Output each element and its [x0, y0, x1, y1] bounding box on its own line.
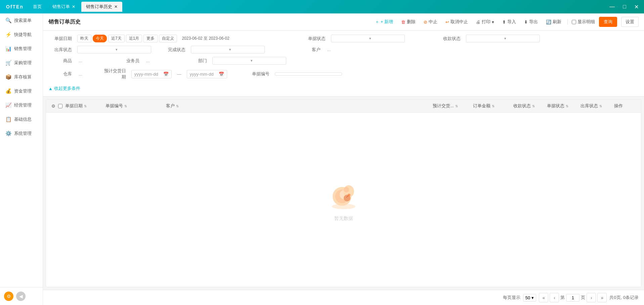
- sort-warehouse-icon: ⇅: [599, 104, 602, 108]
- salesperson-input[interactable]: ...: [145, 58, 151, 63]
- salesperson-label: 业务员: [116, 58, 139, 64]
- print-button[interactable]: 🖨 打印 ▾: [474, 17, 496, 26]
- per-page-label: 每页显示: [503, 295, 520, 301]
- sidebar-item-quick-nav[interactable]: ⚡ 快捷导航: [0, 28, 43, 42]
- empty-text: 暂无数据: [334, 216, 353, 222]
- tab-sales-order[interactable]: 销售订单 ✕: [48, 2, 80, 12]
- date-range-display: 2023-06-02 至 2023-06-02: [182, 36, 229, 41]
- header-num[interactable]: 单据编号 ⇅: [103, 100, 163, 112]
- complete-status-arrow: ▾: [229, 47, 262, 52]
- stop-button[interactable]: ⊘ 中止: [422, 17, 439, 26]
- delete-button[interactable]: 🗑 删除: [399, 17, 418, 26]
- sidebar-item-sales[interactable]: 📊 销售管理: [0, 42, 43, 56]
- per-page-select[interactable]: 50 ▾: [523, 294, 536, 302]
- customer-input[interactable]: ...: [326, 47, 332, 52]
- tab-sales-order-history[interactable]: 销售订单历史 ✕: [81, 2, 122, 12]
- tab-home[interactable]: 首页: [28, 2, 46, 12]
- sidebar-item-basic[interactable]: 📋 基础信息: [0, 112, 43, 126]
- show-detail-checkbox-label[interactable]: 显示明细: [572, 19, 595, 25]
- header-status[interactable]: 单据状态 ⇅: [544, 100, 578, 112]
- delivery-date-end[interactable]: yyyy-mm-dd 📅: [187, 70, 227, 78]
- show-detail-checkbox[interactable]: [572, 20, 576, 24]
- table-area: ⚙ 单据日期 ⇅ 单据编号 ⇅ 客户 ⇅ 预计交货... ⇅: [46, 99, 641, 287]
- delivery-date-label: 预计交货日期: [102, 68, 126, 80]
- svg-point-5: [344, 187, 349, 192]
- sidebar-item-purchase[interactable]: 🛒 采购管理: [0, 56, 43, 70]
- print-icon: 🖨: [476, 20, 480, 25]
- department-select[interactable]: ▾: [212, 57, 286, 65]
- first-page-button[interactable]: «: [539, 293, 548, 302]
- table-settings-icon[interactable]: ⚙: [49, 101, 58, 111]
- sidebar-settings-button[interactable]: ⚙: [4, 292, 13, 301]
- product-label: 商品: [48, 58, 72, 64]
- select-all-checkbox[interactable]: [58, 104, 62, 108]
- sidebar-collapse-button[interactable]: ◀: [16, 292, 26, 301]
- main-layout: 🔍 搜索菜单 ⚡ 快捷导航 📊 销售管理 🛒 采购管理 📦 库存核算 💰 资金管…: [0, 13, 644, 305]
- import-button[interactable]: ⬆ 导入: [500, 17, 518, 26]
- page-header: 销售订单历史 ＋ + 新增 🗑 删除 ⊘ 中止 ↩ 取消中止: [43, 13, 644, 31]
- refresh-button[interactable]: 🔄 刷新: [544, 17, 563, 26]
- window-controls: — □ ✕: [607, 2, 641, 11]
- date-more[interactable]: 更多: [143, 35, 158, 42]
- warehouse-status-arrow: ▾: [116, 47, 148, 52]
- tab-sales-order-history-close[interactable]: ✕: [114, 4, 118, 9]
- header-warehouse[interactable]: 出库状态 ⇅: [578, 100, 611, 112]
- header-pay[interactable]: 收款状态 ⇅: [511, 100, 544, 112]
- warehouse-input[interactable]: ...: [77, 72, 84, 77]
- complete-status-select[interactable]: ▾: [191, 46, 265, 53]
- sidebar-item-inventory[interactable]: 📦 库存核算: [0, 70, 43, 84]
- content-area: 销售订单历史 ＋ + 新增 🗑 删除 ⊘ 中止 ↩ 取消中止: [43, 13, 644, 305]
- delivery-date-start[interactable]: yyyy-mm-dd 📅: [131, 70, 172, 78]
- date-today[interactable]: 今天: [93, 35, 107, 42]
- new-button[interactable]: ＋ + 新增: [373, 17, 395, 26]
- sidebar-item-operation[interactable]: 📈 经营管理: [0, 98, 43, 112]
- sort-status-icon: ⇅: [566, 104, 568, 108]
- tab-sales-order-close[interactable]: ✕: [72, 4, 75, 9]
- cancel-stop-button[interactable]: ↩ 取消中止: [443, 17, 470, 26]
- sidebar-item-system[interactable]: ⚙️ 系统管理: [0, 126, 43, 141]
- empty-state: 暂无数据: [46, 113, 641, 287]
- warehouse-status-select[interactable]: ▾: [77, 46, 151, 53]
- query-button[interactable]: 查询: [599, 17, 617, 27]
- pagination-nav: « ‹ 第 页 › »: [539, 293, 607, 302]
- header-delivery[interactable]: 预计交货... ⇅: [430, 100, 470, 112]
- last-page-button[interactable]: »: [597, 293, 607, 302]
- header-customer[interactable]: 客户 ⇅: [163, 100, 430, 112]
- pagination: 每页显示 50 ▾ « ‹ 第 页 › » 共0页, 0条记录: [43, 290, 644, 305]
- bill-number-label: 单据编号: [246, 71, 269, 77]
- close-button[interactable]: ✕: [632, 2, 641, 11]
- page-number-input[interactable]: [566, 294, 579, 302]
- svg-point-8: [348, 194, 350, 196]
- bill-status-select[interactable]: ▾: [331, 35, 405, 42]
- bill-number-input[interactable]: [275, 72, 342, 76]
- settings-button[interactable]: 设置: [621, 17, 639, 27]
- sidebar-item-finance[interactable]: 💰 资金管理: [0, 84, 43, 98]
- date-custom[interactable]: 自定义: [159, 35, 177, 42]
- next-page-button[interactable]: ›: [587, 293, 596, 302]
- header-date[interactable]: 单据日期 ⇅: [62, 100, 103, 112]
- minimize-button[interactable]: —: [607, 2, 617, 11]
- product-input[interactable]: ...: [77, 58, 84, 63]
- payment-status-select[interactable]: ▾: [466, 35, 540, 42]
- date-yesterday[interactable]: 昨天: [77, 35, 91, 42]
- sidebar-item-search[interactable]: 🔍 搜索菜单: [0, 13, 43, 28]
- header-amount[interactable]: 订单金额 ⇅: [470, 100, 511, 112]
- page-suffix-label: 页: [581, 295, 585, 301]
- finance-icon: 💰: [5, 88, 11, 94]
- filter-area: 单据日期 昨天 今天 近7天 近1月 更多 自定义 2023-06-02 至 2…: [43, 31, 644, 97]
- maximize-button[interactable]: □: [620, 2, 629, 11]
- prev-page-button[interactable]: ‹: [550, 293, 559, 302]
- date-7days[interactable]: 近7天: [108, 35, 125, 42]
- page-prefix-label: 第: [560, 295, 565, 301]
- sort-delivery-icon: ⇅: [455, 104, 458, 108]
- pagination-total: 共0页, 0条记录: [609, 295, 639, 301]
- export-button[interactable]: ⬇ 导出: [522, 17, 540, 26]
- collapse-button[interactable]: ▲ 收起更多条件: [48, 83, 639, 92]
- sort-date-icon: ⇅: [84, 104, 87, 108]
- sales-icon: 📊: [5, 46, 11, 52]
- calendar-end-icon: 📅: [219, 72, 224, 77]
- date-1month[interactable]: 近1月: [126, 35, 142, 42]
- sort-num-icon: ⇅: [124, 104, 127, 108]
- department-label: 部门: [183, 58, 207, 64]
- collapse-row: ▲ 收起更多条件: [48, 83, 639, 92]
